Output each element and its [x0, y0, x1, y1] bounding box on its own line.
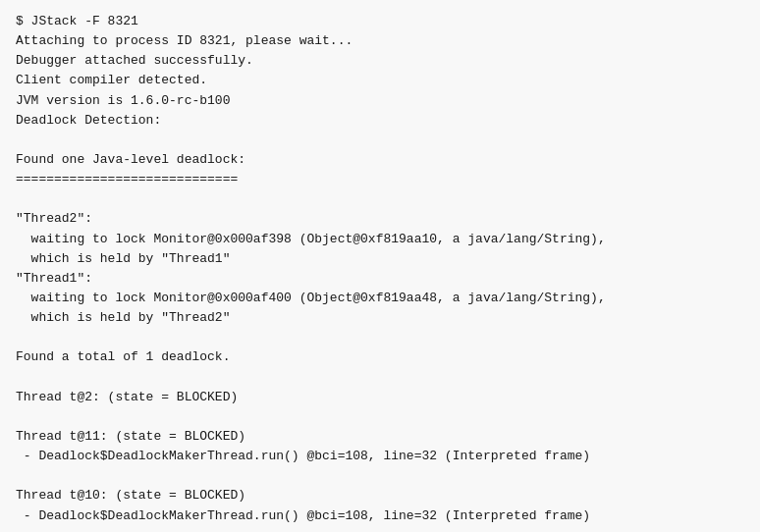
terminal-output: $ JStack -F 8321 Attaching to process ID…: [16, 12, 744, 526]
